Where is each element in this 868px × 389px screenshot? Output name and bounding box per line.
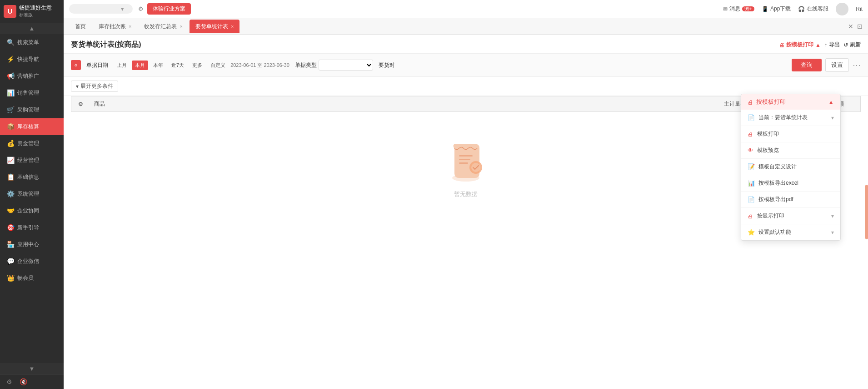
template-print-menu-icon: 🖨 xyxy=(748,131,753,137)
dropdown-export-excel[interactable]: 📊 按模板导出excel xyxy=(741,175,840,192)
dropdown-current-arrow: ▾ xyxy=(831,115,834,121)
app-download-btn[interactable]: 📱 App下载 xyxy=(762,5,791,13)
sidebar-item-label: 采购管理 xyxy=(17,106,39,114)
marketing-icon: 📢 xyxy=(6,72,15,80)
date-range-display: 2023-06-01 至 2023-06-30 xyxy=(230,62,289,69)
dropdown-current-label: 当前：要货单统计表 xyxy=(758,114,808,121)
window-expand-icon[interactable]: ⊡ xyxy=(857,23,863,30)
avatar[interactable] xyxy=(836,3,848,15)
date-btn-this-year[interactable]: 本年 xyxy=(150,61,166,70)
svg-rect-2 xyxy=(459,159,470,160)
date-btn-more[interactable]: 更多 xyxy=(189,61,205,70)
more-options-icon[interactable]: ⋯ xyxy=(853,60,861,70)
tab-inventory-batch[interactable]: 库存批次账 × xyxy=(93,20,137,33)
scrollbar-indicator[interactable] xyxy=(865,185,868,239)
tab-home[interactable]: 首页 xyxy=(69,20,92,33)
tab-inventory-batch-close[interactable]: × xyxy=(129,24,131,29)
date-btn-this-month[interactable]: 本月 xyxy=(132,61,148,70)
finance-icon: 💰 xyxy=(6,140,15,147)
tab-receivable-summary-close[interactable]: × xyxy=(180,24,182,29)
content-area: 要货单统计表(按商品) 🖨 按模板打印 ▲ ↑ 导出 ↺ 刷新 « xyxy=(64,35,868,389)
empty-icon xyxy=(443,139,489,185)
refresh-button[interactable]: ↺ 刷新 xyxy=(843,41,861,49)
dropdown-export-excel-label: 按模板导出excel xyxy=(758,179,798,187)
sidebar-nav: 🔍 搜索菜单 ⚡ 快捷导航 📢 营销推广 📊 销售管理 🛒 采购管理 📦 库存核… xyxy=(0,34,64,363)
sidebar-item-label: 快捷导航 xyxy=(17,56,39,63)
online-service-btn[interactable]: 🎧 在线客服 xyxy=(798,5,828,13)
sidebar-scroll-down[interactable]: ▼ xyxy=(0,363,64,374)
empty-text: 暂无数据 xyxy=(454,190,478,198)
th-settings[interactable]: ⚙ xyxy=(71,101,90,107)
sidebar-item-collab[interactable]: 🤝 企业协同 xyxy=(0,202,64,219)
settings-button[interactable]: 设置 xyxy=(825,58,849,72)
sidebar-item-marketing[interactable]: 📢 营销推广 xyxy=(0,68,64,85)
tab-order-stats[interactable]: 要货单统计表 × xyxy=(190,20,239,33)
dropdown-template-print[interactable]: 🖨 模板打印 xyxy=(741,126,840,142)
filter-expand-button[interactable]: « xyxy=(71,60,81,70)
guide-icon: 🎯 xyxy=(6,224,15,231)
sidebar-item-quick-nav[interactable]: ⚡ 快捷导航 xyxy=(0,51,64,68)
sidebar-item-guide[interactable]: 🎯 新手引导 xyxy=(0,219,64,236)
export-button[interactable]: ↑ 导出 xyxy=(824,41,840,49)
sidebar-item-inventory[interactable]: 📦 库存核算 xyxy=(0,118,64,135)
sidebar-item-search[interactable]: 🔍 搜索菜单 xyxy=(0,34,64,51)
date-filter-label: 单据日期 xyxy=(86,61,108,69)
basic-info-icon: 📋 xyxy=(6,173,15,181)
tab-order-stats-close[interactable]: × xyxy=(231,24,234,29)
message-btn[interactable]: ✉ 消息 99+ xyxy=(723,5,754,13)
trial-button[interactable]: 体验行业方案 xyxy=(147,3,191,15)
app-center-icon: 🏪 xyxy=(6,241,15,248)
sidebar-scroll-up[interactable]: ▲ xyxy=(0,23,64,34)
sidebar-item-label: 基础信息 xyxy=(17,173,39,181)
topbar: ▾ ⚙ 体验行业方案 ✉ 消息 99+ 📱 App下载 🎧 在线客服 Rit xyxy=(64,0,868,18)
dropdown-template-design[interactable]: 📝 模板自定义设计 xyxy=(741,159,840,175)
sidebar-item-enterprise-wechat[interactable]: 💬 企业微信 xyxy=(0,253,64,270)
svg-rect-1 xyxy=(459,155,473,157)
date-btn-custom[interactable]: 自定义 xyxy=(207,61,229,70)
dropdown-export-pdf[interactable]: 📄 按模板导出pdf xyxy=(741,192,840,208)
sidebar-item-label: 新手引导 xyxy=(17,224,39,232)
dropdown-collapse-icon[interactable]: ▲ xyxy=(828,99,834,106)
template-print-arrow-up[interactable]: ▲ xyxy=(815,42,821,48)
expand-more-btn[interactable]: ▾ 展开更多条件 xyxy=(71,81,118,92)
sidebar-item-operations[interactable]: 📈 经营管理 xyxy=(0,152,64,169)
dropdown-header[interactable]: 🖨 按模板打印 ▲ xyxy=(741,94,840,110)
dropdown-display-print-label: 按显示打印 xyxy=(757,212,784,220)
app-name: 畅捷通好生意 xyxy=(19,5,52,12)
settings-icon[interactable]: ⚙ xyxy=(6,378,12,385)
date-btn-last-month[interactable]: 上月 xyxy=(114,61,130,70)
mute-icon[interactable]: 🔇 xyxy=(20,378,27,385)
tab-receivable-summary[interactable]: 收发存汇总表 × xyxy=(138,20,188,33)
sidebar-item-label: 企业微信 xyxy=(17,258,39,265)
sidebar-item-finance[interactable]: 💰 资金管理 xyxy=(0,135,64,152)
printer-menu-icon: 🖨 xyxy=(748,99,753,106)
bill-type-label: 单据类型 xyxy=(295,61,317,69)
dropdown-default-function[interactable]: ⭐ 设置默认功能 ▾ xyxy=(741,224,840,240)
sidebar-item-system[interactable]: ⚙️ 系统管理 xyxy=(0,186,64,202)
online-service-label: 在线客服 xyxy=(807,5,828,13)
export-pdf-icon: 📄 xyxy=(748,196,755,203)
date-btn-7days[interactable]: 近7天 xyxy=(168,61,187,70)
expand-more-label: 展开更多条件 xyxy=(80,82,113,90)
dropdown-display-print[interactable]: 🖨 按显示打印 ▾ xyxy=(741,208,840,224)
topbar-settings-icon[interactable]: ⚙ xyxy=(138,5,144,12)
sidebar-item-purchase[interactable]: 🛒 采购管理 xyxy=(0,101,64,118)
topbar-dropdown-arrow[interactable]: ▾ xyxy=(121,5,124,12)
window-close-icon[interactable]: ✕ xyxy=(848,23,853,30)
sidebar-item-label: 搜索菜单 xyxy=(17,39,39,46)
sidebar-item-sales[interactable]: 📊 销售管理 xyxy=(0,85,64,101)
default-function-icon: ⭐ xyxy=(748,229,755,236)
sidebar-item-app-center[interactable]: 🏪 应用中心 xyxy=(0,236,64,253)
query-button[interactable]: 查询 xyxy=(792,59,822,71)
bill-type-select[interactable] xyxy=(319,60,373,71)
search-icon: 🔍 xyxy=(6,39,15,46)
dropdown-template-preview[interactable]: 👁 模板预览 xyxy=(741,142,840,159)
export-label: 导出 xyxy=(829,41,840,49)
topbar-search-input[interactable] xyxy=(74,6,119,12)
template-print-button[interactable]: 🖨 按模板打印 ▲ xyxy=(779,41,821,49)
dropdown-current-item[interactable]: 📄 当前：要货单统计表 ▾ xyxy=(741,110,840,126)
sidebar-item-membership[interactable]: 👑 畅会员 xyxy=(0,270,64,287)
sidebar-item-basic-info[interactable]: 📋 基础信息 xyxy=(0,169,64,186)
collab-icon: 🤝 xyxy=(6,207,15,214)
tab-receivable-summary-label: 收发存汇总表 xyxy=(144,23,177,30)
